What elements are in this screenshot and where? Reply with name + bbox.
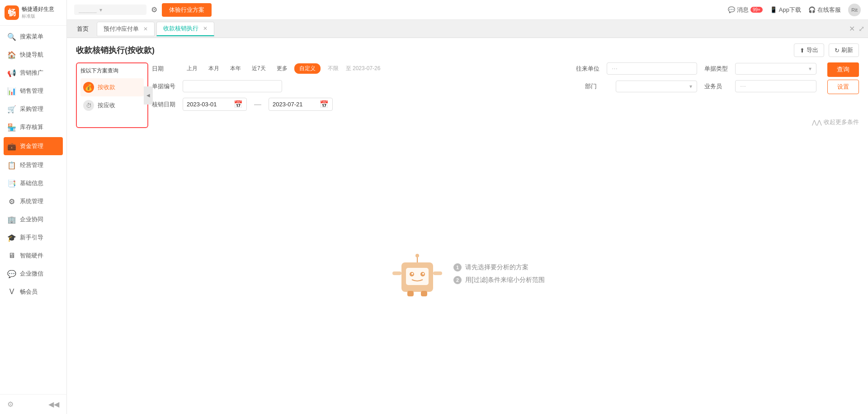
sidebar-item-member[interactable]: V 畅会员 (0, 283, 66, 301)
sidebar-item-finance[interactable]: 💼 资金管理 (4, 137, 63, 155)
bill-type-select[interactable]: ▾ (735, 63, 816, 75)
logo-text-block: 畅捷通好生意 标准版 (22, 6, 54, 19)
sales-icon: 📊 (7, 86, 16, 95)
collapse-panel-btn[interactable]: ◀ (144, 86, 153, 105)
tab-close-all-btn[interactable]: ✕ (849, 24, 855, 33)
sidebar-label-search: 搜索菜单 (20, 33, 43, 41)
tab-home[interactable]: 首页 (71, 22, 95, 36)
left-panel-title: 按以下方案查询 (80, 67, 144, 75)
query-button[interactable]: 查询 (827, 62, 859, 77)
sidebar-label-system: 系统管理 (20, 197, 43, 205)
panel-item-by-receivable[interactable]: ⏱ 按应收 (80, 96, 144, 114)
wechat-icon: 💬 (7, 269, 16, 278)
sidebar-item-enterprise[interactable]: 🏢 企业协同 (0, 210, 66, 228)
verify-date-end-field[interactable] (273, 101, 318, 108)
export-button[interactable]: ⬆ 导出 (794, 43, 824, 57)
date-this-year-btn[interactable]: 本年 (226, 63, 245, 74)
bill-no-input[interactable] (183, 80, 282, 92)
date-this-month-btn[interactable]: 本月 (204, 63, 223, 74)
svg-rect-10 (407, 291, 414, 296)
date-custom-btn[interactable]: 自定义 (294, 63, 321, 74)
more-conditions-btn[interactable]: ⋀⋀ 收起更多条件 (812, 118, 859, 126)
tab-expand-btn[interactable]: ⤢ (859, 24, 864, 33)
sidebar: 畅 畅捷通好生意 标准版 🔍 搜索菜单 🏠 快捷导航 📢 营销推广 📊 销售管理… (0, 0, 67, 414)
sidebar-item-sales[interactable]: 📊 销售管理 (0, 82, 66, 100)
bill-type-chevron-icon: ▾ (809, 66, 811, 72)
date-last-7-btn[interactable]: 近7天 (248, 63, 270, 74)
search-bar[interactable]: ⎯⎯⎯⎯⎯ ▾ (74, 5, 146, 15)
app-icon: 📱 (770, 6, 777, 13)
online-service-item[interactable]: 🎧 在线客服 (808, 6, 841, 14)
partner-label: 往来单位 (576, 65, 599, 73)
tab-receivable[interactable]: 收款核销执行 ✕ (156, 22, 214, 36)
sidebar-item-quicknav[interactable]: 🏠 快捷导航 (0, 46, 66, 64)
solution-button[interactable]: 体验行业方案 (162, 3, 212, 17)
sidebar-item-marketing[interactable]: 📢 营销推广 (0, 64, 66, 82)
tab-prepay-close-icon[interactable]: ✕ (143, 26, 148, 32)
chevron-down-icon[interactable]: ▾ (99, 7, 102, 13)
chevron-up-icon: ⋀⋀ (812, 119, 822, 126)
step-2-num: 2 (453, 276, 462, 284)
sidebar-item-inventory[interactable]: 🏪 库存核算 (0, 118, 66, 136)
date-no-limit-label: 不限 (328, 65, 339, 72)
sidebar-item-basic[interactable]: 📑 基础信息 (0, 174, 66, 192)
verify-date-start-field[interactable] (187, 101, 232, 108)
calendar-start-icon[interactable]: 📅 (234, 100, 243, 109)
sidebar-item-wechat[interactable]: 💬 企业微信 (0, 265, 66, 283)
panel-item-by-receipt[interactable]: 💰 按收款 (80, 78, 144, 96)
date-more-btn[interactable]: 更多 (273, 63, 292, 74)
empty-hint-2: 2 用[过滤]条件来缩小分析范围 (453, 276, 545, 284)
online-service-label: 在线客服 (817, 6, 841, 14)
filter-area: 按以下方案查询 💰 按收款 ⏱ 按应收 ◀ 日 (67, 57, 868, 133)
sidebar-bottom: ⚙ ◀◀ (0, 394, 66, 414)
salesperson-select[interactable]: ⋯ (735, 80, 816, 92)
app-logo: 畅 畅捷通好生意 标准版 (0, 0, 66, 26)
date-options: 上月 本月 本年 近7天 更多 自定义 (183, 63, 321, 74)
tab-prepay[interactable]: 预付冲应付单 ✕ (97, 22, 155, 36)
salesperson-dots: ⋯ (740, 83, 746, 90)
sidebar-item-purchase[interactable]: 🛒 采购管理 (0, 100, 66, 118)
sidebar-item-operation[interactable]: 📋 经营管理 (0, 156, 66, 174)
sidebar-label-inventory: 库存核算 (20, 123, 43, 131)
page-title: 收款核销执行(按收款) (76, 45, 155, 56)
app-download-item[interactable]: 📱 App下载 (770, 6, 801, 14)
department-select[interactable]: ▾ (616, 81, 697, 92)
receivable-icon: ⏱ (83, 100, 94, 111)
basic-icon: 📑 (7, 179, 16, 188)
operation-icon: 📋 (7, 161, 16, 170)
robot-svg (390, 249, 444, 299)
filter-form: 日期 上月 本月 本年 近7天 更多 自定义 不限 至 2023-07-26 (152, 62, 859, 128)
verify-date-end-input[interactable]: 📅 (269, 98, 333, 111)
purchase-icon: 🛒 (7, 105, 16, 114)
sidebar-label-member: 畅会员 (20, 288, 38, 296)
refresh-icon: ↻ (835, 47, 840, 54)
sidebar-item-guide[interactable]: 🎓 新手引导 (0, 228, 66, 247)
empty-illustration (390, 247, 444, 301)
date-to-label: 至 2023-07-26 (346, 65, 381, 72)
tab-receivable-close-icon[interactable]: ✕ (203, 25, 208, 32)
settings-bottom-icon[interactable]: ⚙ (7, 400, 14, 409)
date-last-month-btn[interactable]: 上月 (183, 63, 202, 74)
home-icon: 🏠 (7, 50, 16, 59)
collapse-sidebar-icon[interactable]: ◀◀ (48, 400, 59, 409)
bill-no-label: 单据编号 (152, 82, 175, 90)
refresh-label: 刷新 (841, 46, 853, 54)
partner-select[interactable]: ⋯ (607, 62, 697, 75)
sidebar-label-sales: 销售管理 (20, 87, 43, 95)
refresh-button[interactable]: ↻ 刷新 (829, 43, 859, 57)
tab-receivable-label: 收款核销执行 (163, 24, 198, 33)
sidebar-label-enterprise: 企业协同 (20, 215, 43, 224)
calendar-end-icon[interactable]: 📅 (320, 100, 329, 109)
user-info[interactable]: Rit (848, 4, 861, 16)
sidebar-item-hardware[interactable]: 🖥 智能硬件 (0, 247, 66, 265)
left-panel: 按以下方案查询 💰 按收款 ⏱ 按应收 ◀ (76, 62, 148, 128)
settings-button[interactable]: 设置 (827, 80, 859, 94)
headset-icon: 🎧 (808, 6, 816, 13)
sidebar-item-system[interactable]: ⚙ 系统管理 (0, 192, 66, 210)
message-item[interactable]: 💬 消息 99+ (728, 6, 763, 14)
empty-hint-1-text: 请先选择要分析的方案 (465, 263, 528, 271)
verify-date-start-input[interactable]: 📅 (183, 98, 247, 111)
header-gear-icon[interactable]: ⚙ (151, 5, 157, 14)
hardware-icon: 🖥 (7, 251, 16, 260)
sidebar-item-search[interactable]: 🔍 搜索菜单 (0, 28, 66, 46)
